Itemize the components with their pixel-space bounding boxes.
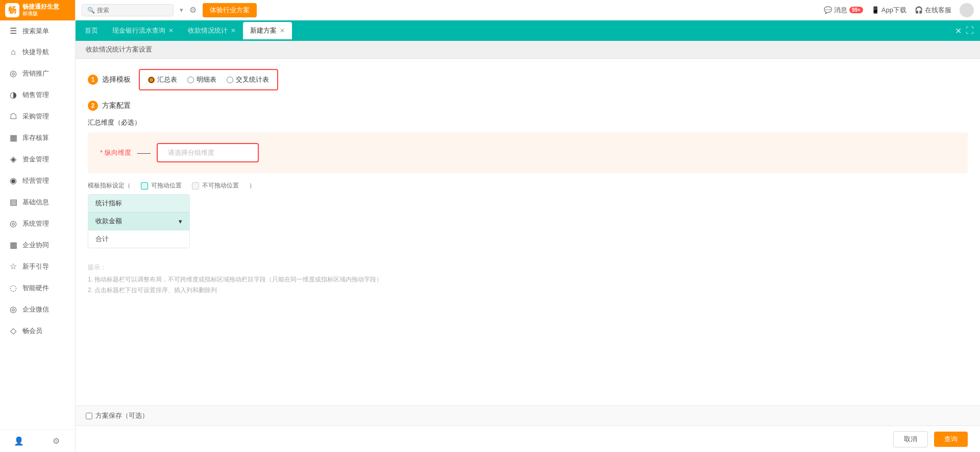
- support-icon: 🎧: [915, 6, 923, 14]
- radio-group-template: 汇总表 明细表 交叉统计表: [148, 75, 269, 84]
- arrow-icon: ——: [137, 149, 151, 157]
- dimension-label: 汇总维度（必选）: [88, 118, 968, 127]
- sidebar-item-capital[interactable]: ◈ 资金管理: [0, 149, 75, 170]
- search-menu-icon: ☰: [8, 26, 18, 36]
- logo-icon: 畅: [5, 3, 19, 17]
- section-plan-config: 2 方案配置 汇总维度（必选） * 纵向维度 —— 请选择分组维度: [88, 101, 968, 296]
- sidebar-item-purchase[interactable]: ☖ 采购管理: [0, 106, 75, 127]
- vertical-dimension-row: * 纵向维度 —— 请选择分组维度: [100, 143, 259, 162]
- radio-cross[interactable]: 交叉统计表: [227, 75, 269, 84]
- page-footer: 方案保存（可选）: [76, 406, 980, 425]
- sidebar-item-enterprise-coop[interactable]: ▦ 企业协同: [0, 234, 75, 256]
- drag-box-icon: [141, 182, 148, 189]
- action-bar: 取消 查询: [76, 425, 980, 452]
- purchase-icon: ☖: [8, 111, 18, 121]
- sidebar-item-operations[interactable]: ◉ 经营管理: [0, 170, 75, 192]
- main-area: 🔍 ▾ ⚙ 体验行业方案 💬 消息 99+ 📱 App下载 🎧 在线客服: [76, 0, 980, 452]
- metrics-total-row: 合计: [88, 230, 189, 248]
- sidebar-item-sales[interactable]: ◑ 销售管理: [0, 84, 75, 106]
- save-plan-checkbox[interactable]: [86, 413, 92, 419]
- user-avatar[interactable]: [960, 3, 974, 17]
- sidebar-bottom-left[interactable]: 👤: [0, 434, 38, 448]
- gear-icon[interactable]: ⚙: [189, 5, 197, 15]
- page-header: 收款情况统计方案设置: [76, 41, 980, 59]
- notification-item[interactable]: 💬 消息 99+: [824, 6, 863, 15]
- inventory-icon: ▦: [8, 133, 18, 142]
- section-select-template: 1 选择模板 汇总表 明细表: [88, 69, 968, 90]
- sidebar-item-basic-info[interactable]: ▤ 基础信息: [0, 192, 75, 213]
- column-dropdown-icon[interactable]: ▾: [179, 218, 182, 225]
- sidebar-item-member[interactable]: ◇ 畅会员: [0, 320, 75, 342]
- quick-nav-icon: ⌂: [8, 47, 18, 57]
- sidebar-item-enterprise-wx[interactable]: ◎ 企业微信: [0, 299, 75, 320]
- online-support-item[interactable]: 🎧 在线客服: [915, 6, 951, 15]
- sidebar-item-guide[interactable]: ☆ 新手引导: [0, 256, 75, 277]
- trial-button[interactable]: 体验行业方案: [203, 3, 257, 17]
- metrics-header: 模板指标设定（ 可拖动位置 不可拖动位置 ）: [88, 181, 968, 190]
- radio-detail[interactable]: 明细表: [187, 75, 216, 84]
- sidebar-item-search-menu[interactable]: ☰ 搜索菜单: [0, 20, 75, 42]
- capital-icon: ◈: [8, 154, 18, 164]
- tip1: 1. 拖动标题栏可以调整布局，不可跨维度或指标区域拖动栏目字段（只能在同一维度或…: [88, 274, 968, 286]
- basic-info-icon: ▤: [8, 197, 18, 207]
- nodrag-indicator: 不可拖动位置: [192, 181, 239, 190]
- header-right: 💬 消息 99+ 📱 App下载 🎧 在线客服: [824, 3, 974, 17]
- section2-title: 2 方案配置: [88, 101, 968, 111]
- query-button[interactable]: 查询: [934, 432, 968, 447]
- tab-bar: 首页 现金银行流水查询 ✕ 收款情况统计 ✕ 新建方案 ✕ ✕ ⛶: [76, 20, 980, 41]
- sidebar-item-quick-nav[interactable]: ⌂ 快捷导航: [0, 42, 75, 63]
- sidebar-right-icon: ⚙: [53, 436, 60, 446]
- tab-bank-flow[interactable]: 现金银行流水查询 ✕: [105, 22, 181, 39]
- search-input[interactable]: [97, 7, 168, 14]
- sales-icon: ◑: [8, 90, 18, 100]
- app-download-item[interactable]: 📱 App下载: [871, 6, 906, 15]
- tip2: 2. 点击标题栏下拉可设置排序、插入列和删除列: [88, 285, 968, 296]
- content-area: 1 选择模板 汇总表 明细表: [76, 59, 980, 406]
- close-tab-bank-flow-icon[interactable]: ✕: [168, 27, 174, 34]
- metrics-table: 统计指标 收款金额 ▾ 合计: [88, 194, 190, 248]
- sidebar-bottom: 👤 ⚙: [0, 430, 75, 452]
- drag-indicator: 可拖动位置: [141, 181, 182, 190]
- tips-section: 提示： 1. 拖动标题栏可以调整布局，不可跨维度或指标区域拖动栏目字段（只能在同…: [88, 262, 968, 296]
- sidebar-left-icon: 👤: [14, 436, 24, 446]
- sidebar-item-inventory[interactable]: ▦ 库存核算: [0, 127, 75, 149]
- expand-icon[interactable]: ⛶: [966, 26, 974, 35]
- metrics-section: 模板指标设定（ 可拖动位置 不可拖动位置 ） 统计指标: [88, 181, 968, 250]
- notification-badge: 99+: [849, 7, 863, 13]
- sidebar-item-system[interactable]: ◎ 系统管理: [0, 213, 75, 234]
- search-box[interactable]: 🔍: [82, 4, 174, 16]
- no-drag-box-icon: [192, 182, 199, 189]
- close-window-icon[interactable]: ✕: [955, 26, 962, 36]
- dimension-area: * 纵向维度 —— 请选择分组维度: [88, 132, 968, 173]
- dimension-select[interactable]: 请选择分组维度: [157, 143, 259, 162]
- radio-summary[interactable]: 汇总表: [148, 75, 177, 84]
- operations-icon: ◉: [8, 176, 18, 185]
- sidebar-logo: 畅 畅捷通好生意 标准版: [0, 0, 75, 20]
- sidebar-item-smart-hw[interactable]: ◌ 智能硬件: [0, 277, 75, 299]
- guide-icon: ☆: [8, 261, 18, 271]
- tab-home[interactable]: 首页: [78, 22, 105, 39]
- tab-bar-right-controls: ✕ ⛶: [955, 26, 978, 36]
- step1-badge: 1: [88, 75, 98, 85]
- enterprise-coop-icon: ▦: [8, 240, 18, 250]
- cancel-button[interactable]: 取消: [893, 431, 928, 447]
- smart-hw-icon: ◌: [8, 283, 18, 293]
- tab-collection-stats[interactable]: 收款情况统计 ✕: [181, 22, 243, 39]
- close-tab-collection-stats-icon[interactable]: ✕: [231, 27, 236, 34]
- enterprise-wx-icon: ◎: [8, 304, 18, 314]
- step2-badge: 2: [88, 101, 98, 111]
- member-icon: ◇: [8, 326, 18, 336]
- dropdown-arrow-icon[interactable]: ▾: [180, 6, 183, 14]
- vertical-label: * 纵向维度: [100, 148, 131, 157]
- top-header: 🔍 ▾ ⚙ 体验行业方案 💬 消息 99+ 📱 App下载 🎧 在线客服: [76, 0, 980, 20]
- metrics-column-header[interactable]: 收款金额 ▾: [88, 212, 189, 230]
- tab-new-plan[interactable]: 新建方案 ✕: [243, 22, 292, 39]
- sidebar-bottom-right[interactable]: ⚙: [38, 434, 76, 448]
- sidebar-item-marketing[interactable]: ◎ 营销推广: [0, 63, 75, 84]
- logo-text: 畅捷通好生意 标准版: [22, 3, 59, 17]
- app-icon: 📱: [871, 6, 879, 14]
- section1-title: 1 选择模板 汇总表 明细表: [88, 69, 968, 90]
- template-selection-box: 汇总表 明细表 交叉统计表: [139, 69, 278, 90]
- page-content: 收款情况统计方案设置 1 选择模板 汇总表: [76, 41, 980, 425]
- close-tab-new-plan-icon[interactable]: ✕: [280, 27, 285, 34]
